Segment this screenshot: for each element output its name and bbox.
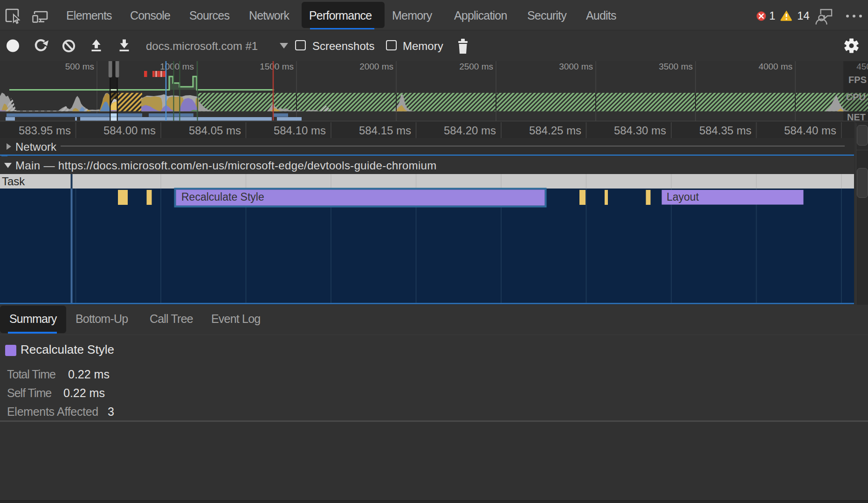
svg-text:2000 ms: 2000 ms (359, 62, 393, 71)
svg-text:584.40 ms: 584.40 ms (784, 124, 836, 137)
svg-text:2500 ms: 2500 ms (459, 62, 493, 71)
svg-text:584.20 ms: 584.20 ms (444, 124, 496, 137)
svg-text:584.30 ms: 584.30 ms (614, 124, 666, 137)
svg-text:3000 ms: 3000 ms (559, 62, 593, 71)
svg-text:584.10 ms: 584.10 ms (274, 124, 326, 137)
svg-text:4000 ms: 4000 ms (758, 62, 792, 71)
svg-text:1500 ms: 1500 ms (260, 62, 294, 71)
svg-text:584.00 ms: 584.00 ms (103, 124, 156, 137)
svg-text:3500 ms: 3500 ms (659, 62, 693, 71)
svg-text:Recalculate Style: Recalculate Style (181, 191, 264, 203)
svg-text:584.15 ms: 584.15 ms (359, 124, 411, 137)
svg-text:584.35 ms: 584.35 ms (699, 124, 751, 137)
svg-text:Layout: Layout (667, 191, 699, 203)
svg-text:500 ms: 500 ms (65, 62, 94, 71)
svg-text:FPS: FPS (848, 75, 867, 85)
svg-text:1000 ms: 1000 ms (160, 62, 194, 71)
svg-text:CPU: CPU (846, 92, 866, 102)
svg-text:NET: NET (847, 112, 866, 121)
svg-text:584.25 ms: 584.25 ms (529, 124, 581, 137)
svg-text:584.05 ms: 584.05 ms (189, 124, 241, 137)
svg-text:583.95 ms: 583.95 ms (19, 124, 71, 137)
